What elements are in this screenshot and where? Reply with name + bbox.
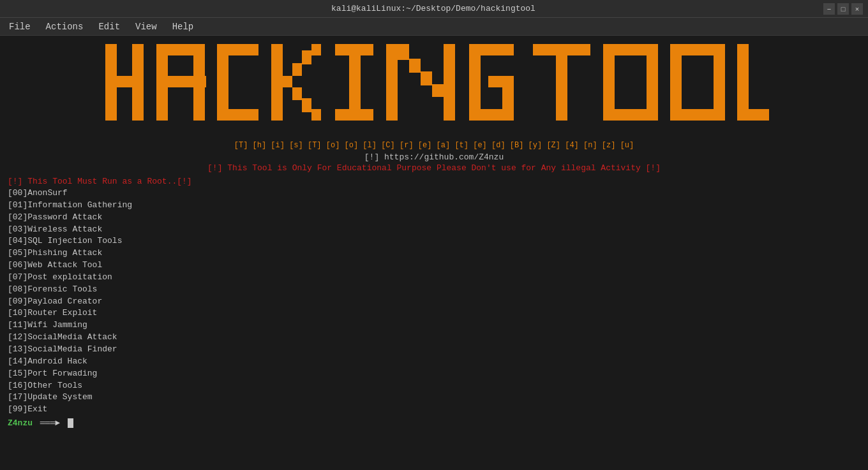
prompt-username: Z4nzu bbox=[8, 418, 33, 428]
menu-list-item: [02]Password Attack bbox=[8, 212, 860, 224]
menu-list-item: [01]Information Gathering bbox=[8, 200, 860, 212]
close-button[interactable]: × bbox=[851, 3, 863, 15]
svg-rect-17 bbox=[311, 109, 321, 121]
svg-rect-20 bbox=[335, 109, 373, 121]
menu-list-item: [13]SocialMedia Finder bbox=[8, 344, 860, 356]
svg-rect-18 bbox=[335, 44, 373, 55]
ascii-banner: .px { fill: #e8820a; } bbox=[8, 41, 860, 140]
svg-rect-6 bbox=[156, 76, 206, 87]
svg-rect-33 bbox=[556, 55, 567, 121]
window-controls[interactable]: − □ × bbox=[823, 3, 863, 15]
menu-list-item: [07]Post exploitation bbox=[8, 272, 860, 284]
svg-rect-39 bbox=[682, 44, 714, 55]
svg-rect-24 bbox=[421, 71, 432, 85]
svg-rect-37 bbox=[615, 109, 647, 121]
svg-rect-8 bbox=[217, 44, 258, 55]
svg-rect-40 bbox=[714, 44, 725, 121]
svg-rect-13 bbox=[302, 50, 311, 64]
menu-list-item: [10]Router Exploit bbox=[8, 307, 860, 319]
menu-list-item: [09]Payload Creator bbox=[8, 296, 860, 308]
menu-list-item: [15]Port Forwading bbox=[8, 368, 860, 380]
menu-edit[interactable]: Edit bbox=[93, 20, 125, 33]
menu-list-item: [03]Wireless Attack bbox=[8, 224, 860, 236]
menu-list-item: [06]Web Attack Tool bbox=[8, 260, 860, 272]
prompt-line: Z4nzu ═══► bbox=[8, 418, 860, 428]
menu-list-item: [17]Update System bbox=[8, 392, 860, 404]
svg-rect-36 bbox=[647, 44, 658, 121]
menu-list-item: [04]SQL Injection Tools bbox=[8, 235, 860, 247]
svg-rect-43 bbox=[737, 109, 769, 121]
menu-list-item: [14]Android Hack bbox=[8, 356, 860, 368]
svg-rect-2 bbox=[132, 44, 144, 121]
svg-rect-25 bbox=[432, 84, 444, 97]
window-title: kali@kaliLinux:~/Desktop/Demo/hackingtoo… bbox=[43, 4, 823, 13]
must-root-line: [!] This Tool Must Run as a Root..[!] bbox=[8, 177, 860, 186]
subtitle-line: [T] [h] [i] [s] [T] [o] [o] [l] [C] [r] … bbox=[8, 141, 860, 150]
svg-rect-9 bbox=[217, 109, 258, 121]
svg-rect-10 bbox=[271, 44, 283, 121]
svg-rect-38 bbox=[670, 44, 682, 121]
svg-rect-32 bbox=[533, 44, 590, 55]
svg-rect-26 bbox=[444, 44, 455, 121]
menu-view[interactable]: View bbox=[130, 20, 162, 33]
svg-rect-31 bbox=[488, 76, 502, 87]
cursor bbox=[68, 418, 73, 428]
svg-rect-12 bbox=[292, 63, 302, 76]
menu-list: [00]AnonSurf[01]Information Gathering[02… bbox=[8, 187, 860, 416]
svg-rect-35 bbox=[615, 44, 647, 55]
menu-list-item: [05]Phishing Attack bbox=[8, 247, 860, 260]
menu-list-item: [08]Forensic Tools bbox=[8, 284, 860, 296]
title-bar: kali@kaliLinux:~/Desktop/Demo/hackingtoo… bbox=[0, 0, 868, 18]
svg-rect-11 bbox=[283, 76, 292, 87]
svg-rect-19 bbox=[349, 55, 361, 109]
maximize-button[interactable]: □ bbox=[837, 3, 849, 15]
menu-list-item: [12]SocialMedia Attack bbox=[8, 332, 860, 344]
menu-list-item: [16]Other Tools bbox=[8, 380, 860, 392]
menu-help[interactable]: Help bbox=[167, 20, 199, 33]
svg-rect-4 bbox=[168, 44, 193, 55]
terminal[interactable]: .px { fill: #e8820a; } bbox=[0, 36, 868, 470]
svg-rect-14 bbox=[311, 44, 321, 55]
svg-rect-16 bbox=[302, 98, 311, 112]
menu-list-item: [99]Exit bbox=[8, 404, 860, 416]
menu-list-item: [00]AnonSurf bbox=[8, 187, 860, 200]
svg-rect-30 bbox=[502, 76, 514, 121]
menu-list-item: [11]Wifi Jamming bbox=[8, 319, 860, 332]
warning-line: [!] This Tool is Only For Educational Pu… bbox=[8, 163, 860, 173]
svg-rect-28 bbox=[469, 44, 514, 55]
github-line: [!] https://github.com/Z4nzu bbox=[8, 152, 860, 162]
svg-rect-22 bbox=[398, 44, 409, 60]
menu-actions[interactable]: Actions bbox=[41, 20, 89, 33]
prompt-arrow: ═══► bbox=[35, 418, 65, 428]
svg-rect-34 bbox=[603, 44, 615, 121]
menu-file[interactable]: File bbox=[4, 20, 36, 33]
svg-rect-41 bbox=[682, 109, 714, 121]
svg-rect-23 bbox=[409, 59, 421, 73]
minimize-button[interactable]: − bbox=[823, 3, 835, 15]
svg-rect-15 bbox=[292, 87, 302, 100]
svg-rect-21 bbox=[386, 44, 398, 121]
menu-bar: File Actions Edit View Help bbox=[0, 18, 868, 36]
